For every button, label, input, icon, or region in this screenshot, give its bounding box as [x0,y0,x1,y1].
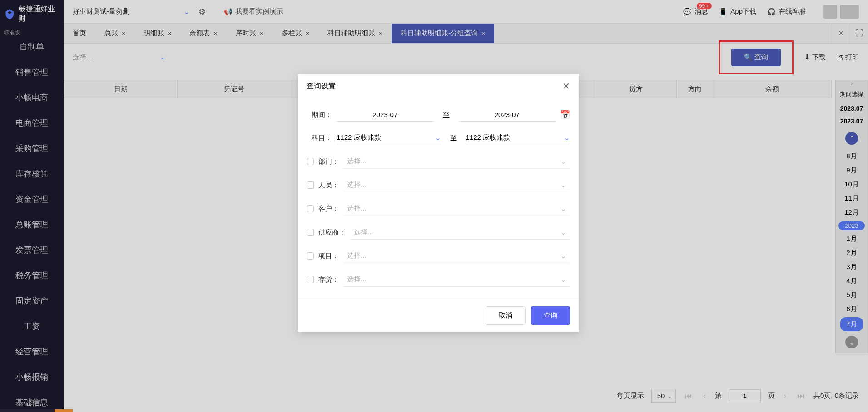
checkbox-customer[interactable] [307,205,314,212]
checkbox-inventory[interactable] [307,276,314,283]
customer-select[interactable]: 选择...⌄ [343,201,570,216]
period-row: 期间： 2023-07 至 2023-07 📅 [307,103,570,126]
project-select[interactable]: 选择...⌄ [343,249,570,263]
chevron-down-icon: ⌄ [560,252,566,260]
chevron-down-icon: ⌄ [560,181,566,189]
calendar-icon[interactable]: 📅 [560,110,570,120]
inventory-select[interactable]: 选择...⌄ [343,272,570,287]
cancel-button[interactable]: 取消 [486,306,526,325]
account-label: 科目： [307,134,332,142]
chevron-down-icon: ⌄ [435,134,441,142]
filter-row-supplier: 供应商： 选择...⌄ [307,221,570,244]
filter-row-person: 人员： 选择...⌄ [307,173,570,197]
chevron-down-icon: ⌄ [560,228,566,236]
placeholder: 选择... [347,181,367,189]
placeholder: 选择... [347,157,367,166]
project-label: 项目： [318,252,339,260]
account-to-select[interactable]: 1122 应收账款 ⌄ [466,131,570,145]
chevron-down-icon: ⌄ [560,275,566,284]
person-select[interactable]: 选择...⌄ [343,178,570,192]
checkbox-project[interactable] [307,252,314,260]
dept-label: 部门： [318,157,339,166]
placeholder: 选择... [354,228,373,236]
filter-row-dept: 部门： 选择...⌄ [307,150,570,173]
dialog-body: 期间： 2023-07 至 2023-07 📅 科目： 1122 应收账款 ⌄ … [298,99,579,299]
account-row: 科目： 1122 应收账款 ⌄ 至 1122 应收账款 ⌄ [307,126,570,150]
chevron-down-icon: ⌄ [560,157,566,166]
placeholder: 选择... [347,275,367,284]
to-label: 至 [438,111,454,119]
period-label: 期间： [307,111,332,119]
period-from-input[interactable]: 2023-07 [337,108,434,122]
supplier-label: 供应商： [318,228,346,237]
period-to-input[interactable]: 2023-07 [459,108,556,122]
account-from-value: 1122 应收账款 [337,133,381,142]
dialog-footer: 取消 查询 [298,299,579,332]
filter-row-project: 项目： 选择...⌄ [307,244,570,268]
account-from-select[interactable]: 1122 应收账款 ⌄ [337,131,441,145]
filter-row-customer: 客户： 选择...⌄ [307,197,570,221]
ar-category-select[interactable]: 选择...⌄ [357,296,570,299]
chevron-down-icon: ⌄ [560,205,566,213]
chevron-down-icon: ⌄ [564,134,570,142]
person-label: 人员： [318,181,339,190]
placeholder: 选择... [347,251,367,260]
inventory-label: 存货： [318,275,339,284]
query-settings-dialog: 查询设置 ✕ 期间： 2023-07 至 2023-07 📅 科目： 1122 … [298,74,579,332]
supplier-select[interactable]: 选择...⌄ [350,225,570,240]
placeholder: 选择... [347,204,367,213]
checkbox-person[interactable] [307,181,314,189]
account-to-value: 1122 应收账款 [466,133,511,142]
confirm-button[interactable]: 查询 [531,306,570,325]
filter-row-inventory: 存货： 选择...⌄ [307,268,570,291]
dialog-title: 查询设置 [307,82,336,91]
customer-label: 客户： [318,205,339,213]
checkbox-dept[interactable] [307,158,314,165]
checkbox-supplier[interactable] [307,229,314,236]
to-label: 至 [446,134,461,142]
dialog-header: 查询设置 ✕ [298,74,579,99]
filter-row-ar-category: 往来分类： 选择...⌄ [307,291,570,299]
dept-select[interactable]: 选择...⌄ [343,154,570,169]
dialog-close-button[interactable]: ✕ [562,81,570,92]
